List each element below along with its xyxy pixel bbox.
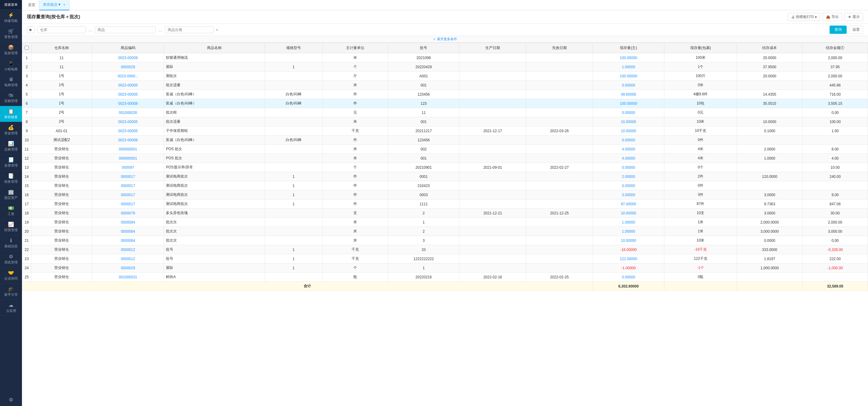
table-row: 6 1号 0023-00008 富减（白色/闷棒） 白色/闷棒 件 123 10… (22, 99, 868, 108)
setting-btn[interactable]: 设置 (849, 26, 863, 34)
current-qty-link[interactable]: 10.00000 (621, 129, 636, 133)
sidebar-item-baseinfo[interactable]: ℹ 基础信息 (0, 235, 22, 251)
goods-code-link[interactable]: 0023-00008 (118, 101, 138, 106)
goods-code-link[interactable]: 0023-0000... (118, 74, 138, 78)
query-btn[interactable]: 查询 (830, 26, 847, 34)
current-qty-link[interactable]: 0.00000 (622, 138, 635, 142)
sidebar-item-ecommerce[interactable]: 🖥 电商管理 (0, 74, 22, 90)
quicknav-icon: ⚡ (8, 12, 14, 18)
tab-home[interactable]: 首页 (24, 0, 39, 10)
current-qty-link[interactable]: 0.00000 (622, 275, 635, 279)
sidebar-item-quicknav[interactable]: ⚡ 快捷导航 (0, 10, 22, 26)
goods-code-link[interactable]: 0000017 (121, 193, 135, 197)
goods-code-link[interactable]: 0000029 (121, 65, 135, 69)
cell-idx: 17 (22, 200, 31, 209)
sidebar-item-miniapp[interactable]: 📱 小程电商 (0, 58, 22, 74)
goods-code-link[interactable]: 0000017 (121, 174, 135, 179)
print-template-btn[interactable]: 🖨 按模板打印 ▾ (788, 13, 820, 21)
goods-code-link[interactable]: 000900001 (119, 156, 137, 161)
current-qty-link[interactable]: 10.00000 (621, 211, 636, 215)
goods-code-link[interactable]: 0000017 (121, 202, 135, 206)
sidebar-item-salary[interactable]: 💵 工资 (0, 203, 22, 219)
goods-code-link[interactable]: 0000017 (121, 184, 135, 188)
export-btn[interactable]: 📤 导出 (823, 13, 842, 21)
goods-code-link[interactable]: 001000026 (119, 110, 137, 115)
cell-expiry-date (526, 72, 593, 81)
goods-code-link[interactable]: 000900001 (119, 147, 137, 151)
current-qty-link[interactable]: 1.00000 (622, 220, 635, 225)
current-qty-link[interactable]: 100.00000 (620, 56, 637, 60)
current-qty-link[interactable]: 0.00000 (622, 110, 635, 115)
current-qty-link[interactable]: 4.00000 (622, 156, 635, 161)
sidebar-item-tax[interactable]: 📑 税务管理 (0, 171, 22, 187)
current-qty-link[interactable]: 3.00000 (622, 193, 635, 197)
goods-code-link[interactable]: 0000012 (121, 248, 135, 252)
current-qty-link[interactable]: 122.00000 (620, 257, 637, 261)
goods-input[interactable] (95, 27, 156, 33)
goods-code-link[interactable]: 0023-00008 (118, 138, 138, 142)
goods-code-link[interactable]: 000097 (122, 165, 134, 170)
cell-batch: 11 (388, 108, 460, 117)
warehouse-input[interactable] (37, 27, 86, 33)
current-qty-link[interactable]: 2.00000 (622, 174, 635, 179)
display-btn[interactable]: 👁 显示 (844, 13, 863, 21)
goods-code-link[interactable]: 0023-00005 (118, 129, 138, 133)
sidebar-item-retail[interactable]: 🛒 零售管理 (0, 26, 22, 42)
sidebar-item-newguide[interactable]: 🎓 新手引导 (0, 283, 22, 300)
sidebar-item-sysmanage[interactable]: ⚙ 系统管理 (0, 251, 22, 267)
current-qty-link[interactable]: 49.60000 (621, 92, 636, 97)
current-qty-link[interactable]: 0.00000 (622, 83, 635, 88)
sidebar-item-cloud[interactable]: ☁ 云应用 (0, 300, 22, 316)
goods-code-link[interactable]: 0023-00009 (118, 56, 138, 60)
goods-code-link[interactable]: 0000084 (121, 238, 135, 243)
sidebar-settings[interactable]: ⚙ (0, 395, 22, 406)
sidebar-logo[interactable]: 搜索菜单 (0, 0, 22, 10)
filter-expand-btn[interactable]: ▶ (27, 26, 35, 33)
goods-code-link[interactable]: 0000029 (121, 266, 135, 270)
goods-code-link[interactable]: 0000084 (121, 229, 135, 234)
current-qty-link[interactable]: 87.00000 (621, 202, 636, 206)
cell-spec: 1 (265, 245, 322, 254)
sidebar-item-ledger[interactable]: 📊 总账管理 (0, 138, 22, 155)
category-input[interactable] (165, 27, 214, 33)
print-icon: 🖨 (791, 15, 795, 19)
sidebar-item-finance[interactable]: 💰 资金管理 (0, 122, 22, 138)
current-qty-link[interactable]: 1.00000 (622, 65, 635, 69)
goods-code-link[interactable]: 0023-00005 (118, 83, 138, 88)
col-checkbox[interactable] (22, 43, 31, 53)
current-qty-link[interactable]: -1.00000 (621, 266, 636, 270)
current-qty-link[interactable]: 1.00000 (622, 229, 635, 234)
current-qty-link[interactable]: 10.00000 (621, 120, 636, 124)
sidebar-item-enterprise[interactable]: 🤝 企业协同 (0, 267, 22, 283)
table-row: 19 营业销仓 0000084 批次次 米 1 1.00000 1米 2,000… (22, 218, 868, 227)
current-qty-link[interactable]: 100.00000 (620, 74, 637, 78)
current-qty-link[interactable]: 4.00000 (622, 147, 635, 151)
select-all-checkbox[interactable] (25, 46, 29, 49)
goods-code-link[interactable]: 0023-00005 (118, 92, 138, 97)
current-qty-link[interactable]: 10.00000 (621, 238, 636, 243)
goods-code-link[interactable]: 0023-00005 (118, 120, 138, 124)
cell-production-date (460, 99, 526, 108)
current-qty-link[interactable]: 0.00000 (622, 184, 635, 188)
cell-goods-name: 软驱通用物流 (164, 53, 265, 62)
sidebar-item-fixedasset[interactable]: 🏢 固定资产 (0, 187, 22, 203)
sidebar-item-wholesale[interactable]: 📦 批发管理 (0, 42, 22, 58)
tab-inventory-batch[interactable]: 库存批次▼ ✕ (39, 0, 69, 10)
current-qty-link[interactable]: 100.00000 (620, 101, 637, 106)
sidebar-item-invoice[interactable]: 🧾 发票管理 (0, 155, 22, 171)
goods-code-link[interactable]: 0000084 (121, 220, 135, 225)
sidebar-item-inventory[interactable]: 📋 库存核查 (0, 106, 22, 122)
current-qty-link[interactable]: -16.00000 (620, 248, 637, 252)
cell-warehouse: 1号 (31, 81, 92, 90)
cell-batch: 123456 (388, 90, 460, 99)
cell-goods-name: 批次次 (164, 218, 265, 227)
current-qty-link[interactable]: 0.00000 (622, 165, 635, 170)
sidebar-item-operation[interactable]: 📈 经营管理 (0, 219, 22, 235)
cell-goods-code: 0000084 (92, 236, 164, 245)
goods-code-link[interactable]: 001000031 (119, 275, 137, 279)
sidebar-item-purchase[interactable]: 🛍 采购管理 (0, 90, 22, 106)
tab-close-btn[interactable]: ✕ (63, 3, 66, 6)
expand-conditions-bar[interactable]: ∨ 展开更多条件 (22, 36, 868, 43)
goods-code-link[interactable]: 0000078 (121, 211, 135, 215)
goods-code-link[interactable]: 0000012 (121, 257, 135, 261)
